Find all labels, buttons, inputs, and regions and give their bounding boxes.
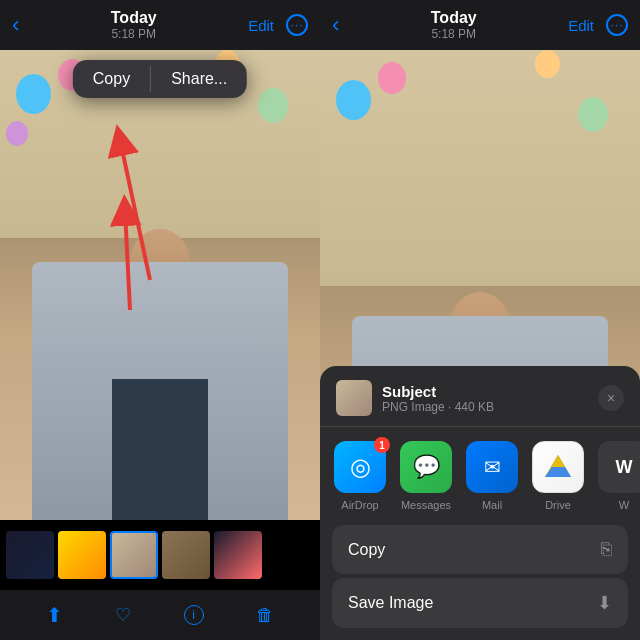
share-sheet: Subject PNG Image · 440 KB × ◎ 1 AirDrop [320, 366, 640, 640]
balloon-3 [258, 88, 288, 123]
left-subtitle: 5:18 PM [111, 27, 156, 41]
messages-item[interactable]: 💬 Messages [396, 441, 456, 511]
share-sheet-thumbnail [336, 380, 372, 416]
left-title: Today [111, 9, 157, 27]
context-menu: Copy Share... [73, 60, 247, 98]
right-photo-area: Subject PNG Image · 440 KB × ◎ 1 AirDrop [320, 50, 640, 640]
left-edit-button[interactable]: Edit [248, 17, 274, 34]
thumbnail-3[interactable] [110, 531, 158, 579]
airdrop-badge: 1 [374, 437, 390, 453]
airdrop-icon[interactable]: ◎ 1 [334, 441, 386, 493]
mail-symbol: ✉ [484, 455, 501, 479]
right-balloon-1 [336, 80, 371, 120]
trash-toolbar-icon[interactable]: 🗑 [256, 605, 274, 626]
right-top-bar: ‹ Today 5:18 PM Edit ··· [320, 0, 640, 50]
share-sheet-info: Subject PNG Image · 440 KB [382, 383, 598, 414]
messages-label: Messages [401, 499, 451, 511]
save-image-icon: ⬇ [597, 592, 612, 614]
left-bottom-toolbar: ⬆ ♡ i 🗑 [0, 590, 320, 640]
right-subtitle: 5:18 PM [431, 27, 476, 41]
drive-label: Drive [545, 499, 571, 511]
left-more-button[interactable]: ··· [286, 14, 308, 36]
share-file-name: Subject [382, 383, 598, 400]
heart-toolbar-icon[interactable]: ♡ [115, 604, 131, 626]
airdrop-label: AirDrop [341, 499, 378, 511]
drive-item[interactable]: Drive [528, 441, 588, 511]
left-back-area[interactable]: ‹ [12, 12, 19, 38]
info-toolbar-icon[interactable]: i [184, 605, 204, 625]
left-header-right: Edit ··· [248, 14, 308, 36]
person-shirt [112, 379, 208, 520]
save-image-action[interactable]: Save Image ⬇ [332, 578, 628, 628]
right-balloon-3 [578, 97, 608, 132]
right-balloon-2 [378, 62, 406, 94]
thumbnail-4[interactable] [162, 531, 210, 579]
drive-svg [543, 453, 573, 481]
right-header-center: Today 5:18 PM [431, 9, 477, 41]
more-item[interactable]: W W [594, 441, 640, 511]
share-sheet-close-button[interactable]: × [598, 385, 624, 411]
left-photo [0, 50, 320, 520]
share-toolbar-icon[interactable]: ⬆ [46, 603, 63, 627]
messages-icon[interactable]: 💬 [400, 441, 452, 493]
drive-icon[interactable] [532, 441, 584, 493]
more-symbol: W [616, 457, 633, 478]
right-edit-button[interactable]: Edit [568, 17, 594, 34]
messages-symbol: 💬 [413, 454, 440, 480]
right-more-button[interactable]: ··· [606, 14, 628, 36]
right-title: Today [431, 9, 477, 27]
left-panel: ‹ Today 5:18 PM Edit ··· [0, 0, 320, 640]
thumbnail-1[interactable] [6, 531, 54, 579]
balloon-5 [6, 121, 28, 146]
thumbnail-2[interactable] [58, 531, 106, 579]
airdrop-item[interactable]: ◎ 1 AirDrop [330, 441, 390, 511]
more-label: W [619, 499, 629, 511]
copy-action-label: Copy [348, 541, 385, 559]
right-back-icon[interactable]: ‹ [332, 12, 339, 38]
close-icon: × [607, 390, 615, 406]
more-icon[interactable]: W [598, 441, 640, 493]
left-header-center: Today 5:18 PM [111, 9, 157, 41]
left-top-bar: ‹ Today 5:18 PM Edit ··· [0, 0, 320, 50]
thumbnail-row [0, 520, 320, 590]
balloon-1 [16, 74, 51, 114]
copy-action-icon: ⎘ [601, 539, 612, 560]
copy-action[interactable]: Copy ⎘ [332, 525, 628, 574]
airdrop-symbol: ◎ [350, 453, 371, 481]
mail-icon[interactable]: ✉ [466, 441, 518, 493]
save-image-label: Save Image [348, 594, 433, 612]
copy-menu-item[interactable]: Copy [73, 60, 150, 98]
mail-label: Mail [482, 499, 502, 511]
back-arrow-icon[interactable]: ‹ [12, 12, 19, 38]
left-photo-area: Copy Share... [0, 50, 320, 520]
mail-item[interactable]: ✉ Mail [462, 441, 522, 511]
left-bottom-strip: ⬆ ♡ i 🗑 [0, 520, 320, 640]
share-file-meta: PNG Image · 440 KB [382, 400, 598, 414]
right-header-right: Edit ··· [568, 14, 628, 36]
thumbnail-5[interactable] [214, 531, 262, 579]
app-icons-row: ◎ 1 AirDrop 💬 Messages ✉ Mail [320, 427, 640, 521]
right-panel: ‹ Today 5:18 PM Edit ··· [320, 0, 640, 640]
share-menu-item[interactable]: Share... [151, 60, 247, 98]
svg-marker-7 [545, 467, 571, 477]
share-sheet-header: Subject PNG Image · 440 KB × [320, 366, 640, 427]
right-balloon-4 [535, 50, 560, 78]
right-back-area[interactable]: ‹ [332, 12, 339, 38]
